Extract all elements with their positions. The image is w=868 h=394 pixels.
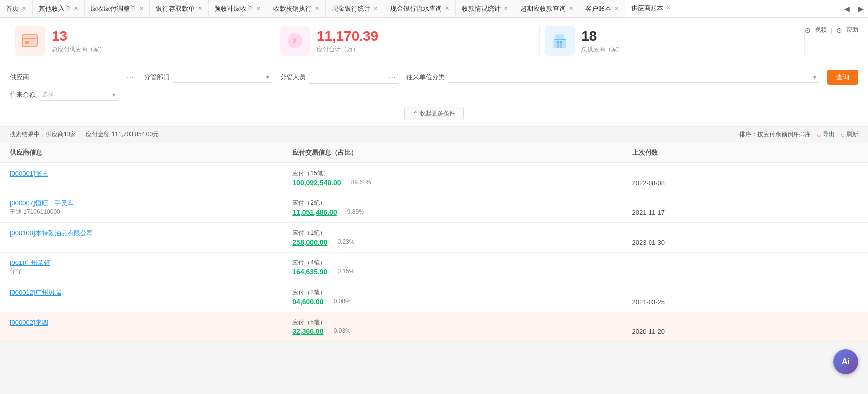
nav-tab-bank-close[interactable]: ✕ — [198, 5, 202, 12]
summary-payable-label: 总应付供应商（家） — [52, 45, 105, 54]
supplier-dots[interactable]: ··· — [127, 73, 133, 82]
summary-bar: 13 总应付供应商（家） ¥ 11,170.39 应付合计（万） — [0, 18, 868, 64]
nav-tab-income-close[interactable]: ✕ — [74, 5, 78, 12]
nav-tab-cashstat-close[interactable]: ✕ — [373, 5, 378, 12]
person-select[interactable]: ··· — [309, 71, 398, 84]
nav-tab-bank[interactable]: 银行存取款单 ✕ — [150, 0, 209, 18]
export-button[interactable]: ○ 导出 — [817, 131, 834, 139]
category-select[interactable]: ▾ — [448, 72, 819, 83]
supplier-link-4[interactable]: [000012]广州贝瑞 — [10, 288, 292, 297]
trans-label-4: 应付（2笔） — [292, 288, 632, 297]
last-pay-0: 2022-08-08 — [632, 169, 858, 187]
trans-pct-2: 0.23% — [337, 238, 354, 245]
supplier-link-2[interactable]: [000100]本特勤油品有限公司 — [10, 229, 292, 238]
nav-tab-cashflow-close[interactable]: ✕ — [445, 5, 449, 12]
supplier-link-3[interactable]: [001]广州荣轩 — [10, 259, 292, 267]
nav-tab-verify-close[interactable]: ✕ — [315, 5, 319, 12]
supplier-link-0[interactable]: [000001]张三 — [10, 169, 292, 178]
nav-tab-cashstat-label: 现金银行统计 — [332, 4, 370, 13]
balance-select[interactable]: 选择... ▾ — [39, 89, 118, 101]
nav-prev-arrow[interactable]: ◀ — [840, 0, 854, 18]
nav-tab-adjust-close[interactable]: ✕ — [139, 5, 144, 12]
trans-row-1: 11,051,486.00 9.89% — [292, 207, 632, 216]
table-row: [001]广州荣轩 仔仔 应付（4笔） 164,635.90 0.15% — [0, 253, 868, 282]
trans-amount-4[interactable]: 94,600.00 — [292, 298, 323, 306]
supplier-link-5[interactable]: [000002]李四 — [10, 318, 292, 327]
summary-card-amount-content: 11,170.39 应付合计（万） — [317, 28, 379, 54]
nav-tab-receivstat-close[interactable]: ✕ — [504, 5, 508, 12]
collapse-button[interactable]: ⌃ 收起更多条件 — [404, 107, 464, 120]
table-row: [000002]李四 应付（5笔） 32,366.00 0.03% 2020-1… — [0, 312, 868, 342]
summary-payable-number: 13 — [52, 28, 105, 45]
results-summary-text: 搜索结果中，供应商13家 — [10, 131, 76, 139]
data-table: 供应商信息 应付交易信息（占比） 上次付数 [000001]张三 应付（15笔）… — [0, 143, 868, 342]
nav-tab-overdue-close[interactable]: ✕ — [569, 5, 573, 12]
supplier-pay-icon — [15, 26, 45, 56]
nav-tab-receivstat[interactable]: 收款情况统计 ✕ — [456, 0, 514, 18]
last-pay-2: 2023-01-30 — [632, 229, 858, 246]
nav-next-arrow[interactable]: ▶ — [854, 0, 868, 18]
balance-placeholder: 选择... — [42, 90, 112, 99]
transaction-info-5: 应付（5笔） 32,366.00 0.03% — [292, 318, 632, 335]
nav-tab-cashflow-label: 现金银行流水查询 — [390, 4, 442, 13]
svg-rect-10 — [557, 41, 559, 43]
summary-total-label: 总供应商（家） — [581, 45, 623, 54]
trans-row-2: 258,000.00 0.23% — [292, 237, 632, 246]
summary-card-total-content: 18 总供应商（家） — [581, 28, 623, 54]
filter-row-1: 供应商 ··· 分管部门 ▾ 分管人员 ··· 往来单位分类 ▾ — [10, 70, 858, 85]
person-filter-label: 分管人员 — [280, 73, 306, 82]
trans-amount-5[interactable]: 32,366.00 — [292, 328, 323, 335]
nav-tab-custbook[interactable]: 客户账本 ✕ — [579, 0, 625, 18]
nav-tab-presale-close[interactable]: ✕ — [256, 5, 261, 12]
help-link[interactable]: 帮助 — [846, 26, 858, 34]
nav-tab-cashflow[interactable]: 现金银行流水查询 ✕ — [384, 0, 456, 18]
last-pay-1: 2021-11-17 — [632, 199, 858, 216]
trans-amount-0[interactable]: 100,092,540.00 — [292, 179, 341, 187]
nav-tab-custbook-close[interactable]: ✕ — [614, 5, 619, 12]
nav-tab-home[interactable]: 首页 ✕ — [0, 0, 33, 18]
trans-amount-1[interactable]: 11,051,486.00 — [292, 208, 337, 216]
trans-amount-2[interactable]: 258,000.00 — [292, 238, 327, 246]
dept-select[interactable]: ▾ — [173, 72, 272, 83]
transaction-info-4: 应付（2笔） 94,600.00 0.08% — [292, 288, 632, 306]
transaction-info-0: 应付（15笔） 100,092,540.00 89.61% — [292, 169, 632, 187]
filter-bar: 供应商 ··· 分管部门 ▾ 分管人员 ··· 往来单位分类 ▾ — [0, 64, 868, 127]
export-circle-icon: ○ — [817, 131, 821, 139]
nav-tab-presale[interactable]: 预收冲应收单 ✕ — [209, 0, 267, 18]
nav-tab-supplierbook-close[interactable]: ✕ — [666, 5, 671, 11]
category-chevron-icon: ▾ — [813, 74, 816, 81]
svg-rect-11 — [560, 41, 562, 43]
trans-label-3: 应付（4笔） — [292, 259, 632, 267]
nav-tab-custbook-label: 客户账本 — [585, 4, 611, 13]
refresh-button[interactable]: ○ 刷新 — [841, 131, 858, 139]
nav-tab-income[interactable]: 其他收入单 ✕ — [33, 0, 85, 18]
svg-rect-9 — [560, 43, 562, 48]
nav-tab-supplierbook[interactable]: 供应商账本 ✕ — [625, 0, 677, 18]
collapse-up-icon: ⌃ — [413, 110, 418, 117]
collapse-label: 收起更多条件 — [420, 109, 455, 118]
table-row: [000007]恒旺二手叉车 王通 17106110000 应付（2笔） 11,… — [0, 193, 868, 223]
supplier-info-3: [001]广州荣轩 仔仔 — [10, 259, 292, 276]
person-dots[interactable]: ··· — [389, 73, 395, 82]
trans-row-3: 164,635.90 0.15% — [292, 267, 632, 276]
trans-label-2: 应付（1笔） — [292, 229, 632, 237]
trans-pct-0: 89.61% — [351, 179, 371, 186]
supplier-select[interactable]: ··· — [32, 70, 136, 84]
svg-text:¥: ¥ — [293, 37, 297, 45]
nav-tab-bank-label: 银行存取款单 — [156, 4, 195, 13]
nav-tab-cashstat[interactable]: 现金银行统计 ✕ — [326, 0, 384, 18]
supplier-link-1[interactable]: [000007]恒旺二手叉车 — [10, 199, 292, 208]
sort-label[interactable]: 排序：按应付余额倒序排序 — [739, 131, 811, 139]
nav-tab-verify[interactable]: 收款核销执行 ✕ — [267, 0, 326, 18]
nav-tab-adjust[interactable]: 应收应付调整单 ✕ — [85, 0, 150, 18]
nav-tab-overdue[interactable]: 超期应收款查询 ✕ — [514, 0, 579, 18]
trans-pct-3: 0.15% — [337, 268, 354, 275]
nav-tab-home-close[interactable]: ✕ — [22, 5, 26, 12]
search-button[interactable]: 查询 — [827, 70, 858, 85]
refresh-label: 刷新 — [846, 131, 858, 139]
supplier-input[interactable] — [35, 72, 125, 82]
trans-amount-3[interactable]: 164,635.90 — [292, 268, 327, 276]
svg-rect-7 — [556, 35, 564, 40]
supplier-info-2: [000100]本特勤油品有限公司 — [10, 229, 292, 238]
video-link[interactable]: 视频 — [815, 26, 827, 34]
